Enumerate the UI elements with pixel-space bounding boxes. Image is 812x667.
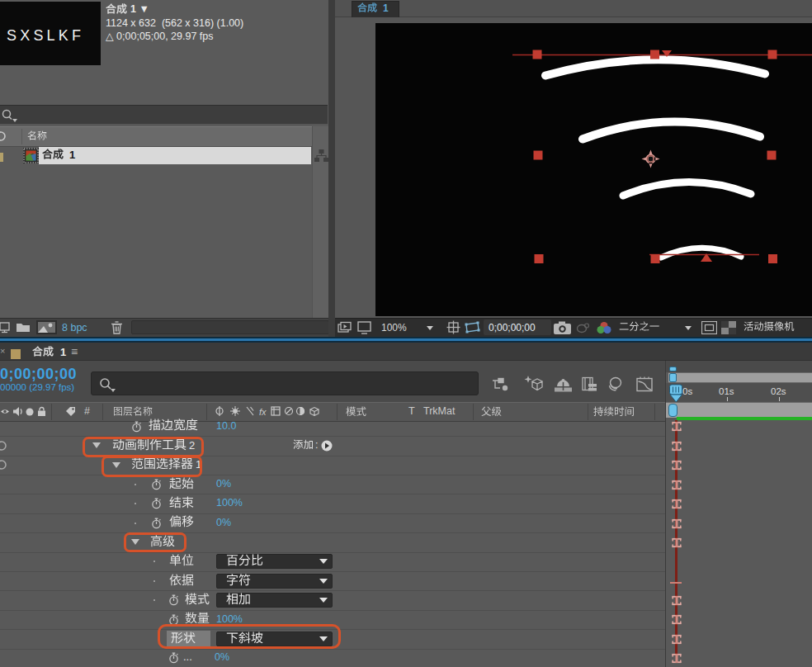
- svg-text:fx: fx: [259, 407, 267, 417]
